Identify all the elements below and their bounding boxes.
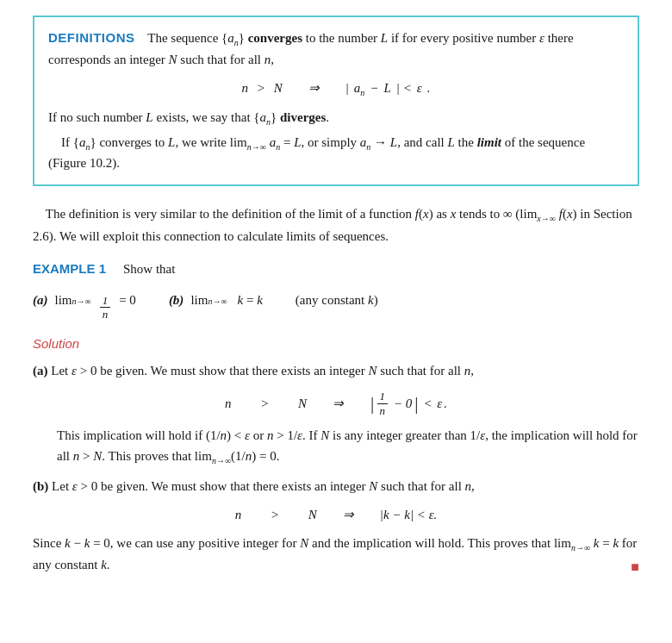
- end-proof-square: ■: [631, 557, 639, 578]
- part-b-label: (b): [169, 290, 184, 310]
- sol-b-text2: Since k − k = 0, we can use any positive…: [33, 534, 639, 575]
- solution-part-a: (a) Let ε > 0 be given. We must show tha…: [33, 360, 639, 381]
- sol-a-abs: | 1 n − 0 | < ε.: [370, 390, 447, 417]
- sol-a-math-n: n: [225, 394, 232, 414]
- sol-b-label: (b): [33, 479, 48, 493]
- math-abs-expr: |an − L| < ε.: [345, 78, 431, 100]
- example1-section: EXAMPLE 1 Show that (a) limn→∞ 1 n = 0 (…: [33, 259, 639, 322]
- solution-section: Solution (a) Let ε > 0 be given. We must…: [33, 334, 639, 575]
- part-b: (b) limn→∞ k = k: [169, 290, 263, 310]
- part-a-equals: = 0: [119, 290, 136, 310]
- definition-box: DEFINITIONS The sequence {an} converges …: [33, 16, 639, 186]
- example1-parts: (a) limn→∞ 1 n = 0 (b) limn→∞ k = k (any…: [33, 290, 639, 322]
- definition-converges-line: If {an} converges to L, we write limn→∞ …: [48, 133, 624, 174]
- math-n-gt-N: n > N: [242, 78, 283, 98]
- example1-header: EXAMPLE 1 Show that: [33, 259, 639, 284]
- definition-line1: DEFINITIONS The sequence {an} converges …: [48, 28, 624, 70]
- part-a-lim: limn→∞: [55, 290, 91, 310]
- sol-b-arrow: ⇒: [343, 505, 354, 525]
- example1-label: EXAMPLE 1: [33, 259, 106, 278]
- definition-diverges-line: If no such number L exists, we say that …: [48, 110, 329, 124]
- definitions-label: DEFINITIONS: [48, 30, 135, 45]
- part-a: (a) limn→∞ 1 n = 0: [33, 290, 136, 322]
- body-paragraph: The definition is very similar to the de…: [33, 203, 639, 247]
- sol-a-text2: This implication will hold if (1/n) < ε …: [57, 426, 639, 467]
- solution-part-b: (b) Let ε > 0 be given. We must show tha…: [33, 476, 639, 496]
- sol-b-abs: |k − k| < ε.: [380, 505, 438, 525]
- example1-show-that: Show that: [123, 259, 175, 279]
- part-b-lim: limn→∞: [190, 290, 227, 310]
- implies-arrow: ⇒: [308, 78, 320, 98]
- sol-a-label: (a): [33, 364, 48, 378]
- definition-math-row: n > N ⇒ |an − L| < ε.: [48, 78, 624, 100]
- sol-a-math: n > N ⇒ | 1 n − 0 | < ε.: [33, 390, 639, 417]
- solution-label: Solution: [33, 334, 639, 353]
- part-a-frac: 1 n: [100, 294, 111, 322]
- sol-a-arrow: ⇒: [333, 394, 344, 414]
- part-a-label: (a): [33, 290, 48, 310]
- part-b-expr: k = k: [238, 290, 263, 310]
- sol-b-math: n > N ⇒ |k − k| < ε.: [33, 505, 639, 525]
- part-b-note: (any constant k): [296, 290, 378, 310]
- sol-b-math-n: n: [235, 505, 242, 525]
